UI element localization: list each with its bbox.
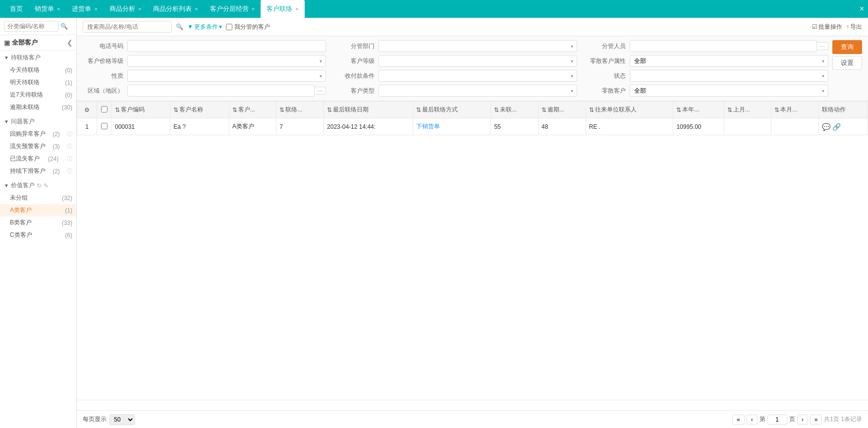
th-contact-person[interactable]: ⇅往来单位联系人 [586, 102, 673, 118]
sidebar-search-area: 🔍 [0, 18, 76, 35]
th-overdue[interactable]: ⇅逾期... [539, 102, 586, 118]
sidebar-item-declining[interactable]: 持续下滑客户 (2) ⓘ [0, 165, 76, 177]
next-page-btn[interactable]: › [797, 415, 808, 425]
th-code[interactable]: ⇅客户编码 [112, 102, 170, 118]
my-customers-checkbox[interactable] [226, 24, 232, 30]
sidebar-item-class-a[interactable]: A类客户 (1) [0, 204, 76, 216]
nav-home[interactable]: 首页 [4, 0, 29, 18]
nav-product-analysis[interactable]: 商品分析 × [104, 0, 147, 18]
sidebar-item-tomorrow-pending[interactable]: 明天待联络 (1) [0, 76, 76, 89]
sidebar-collapse-icon[interactable]: ❮ [67, 39, 72, 47]
phone-input[interactable] [127, 40, 326, 52]
td-last-method[interactable]: 下销货单 [413, 118, 491, 135]
more-conditions-btn[interactable]: ▼ 更多条件 ▾ [187, 23, 222, 31]
payment-select[interactable] [379, 70, 577, 82]
sidebar-item-overdue-pending[interactable]: 逾期未联络 (30) [0, 101, 76, 113]
chat-action-icon[interactable]: 💬 [822, 123, 830, 131]
customer-type-select[interactable] [379, 85, 577, 97]
th-no-contact[interactable]: ⇅未联... [491, 102, 539, 118]
close-customer-segment-icon[interactable]: × [252, 6, 255, 12]
sidebar-item-repurchase-abnormal[interactable]: 回购异常客户 (2) ⓘ [0, 128, 76, 140]
customer-type-field: 客户类型 ▾ [334, 85, 577, 97]
sidebar-item-7days-pending[interactable]: 近7天待联络 (0) [0, 89, 76, 101]
td-no-contact: 55 [491, 118, 539, 135]
info-icon-2: ⓘ [67, 143, 72, 150]
sidebar-all-customers-header[interactable]: ▣ 全部客户 ❮ [0, 35, 76, 51]
customer-level-select[interactable] [379, 55, 577, 67]
close-sales-icon[interactable]: × [57, 6, 60, 12]
manager-input[interactable] [630, 40, 817, 52]
refresh-icon[interactable]: ↻ [37, 182, 42, 189]
th-action: 联络动作 [819, 102, 868, 118]
filter-search-input[interactable] [83, 21, 172, 33]
th-checkbox[interactable] [97, 102, 112, 118]
th-last-month[interactable]: ⇅上月... [724, 102, 771, 118]
retail-customer-select[interactable]: 全部 [630, 85, 828, 97]
td-name: Ea ? [170, 118, 229, 135]
th-last-method[interactable]: ⇅最后联络方式 [413, 102, 491, 118]
sidebar-group-value-title[interactable]: ▼ 价值客户 ↻ ✎ [0, 179, 76, 192]
nav-customer-segment[interactable]: 客户分层经营 × [204, 0, 261, 18]
arrow-down-icon: ▼ [4, 55, 9, 60]
current-page-input[interactable] [767, 415, 787, 425]
close-product-list-icon[interactable]: × [195, 6, 198, 12]
retail-attr-select[interactable]: 全部 [630, 55, 828, 67]
sidebar-item-ungrouped[interactable]: 未分组 (32) [0, 192, 76, 204]
th-contact[interactable]: ⇅联络... [276, 102, 324, 118]
nature-select[interactable] [127, 70, 326, 82]
manager-more-icon[interactable]: ··· [817, 42, 828, 50]
th-level[interactable]: ⇅客户... [229, 102, 276, 118]
row-checkbox[interactable] [101, 123, 108, 129]
link-action-icon[interactable]: 🔗 [832, 123, 841, 131]
sidebar-item-class-c[interactable]: C类客户 (6) [0, 229, 76, 241]
filter-icon-funnel: ▼ [187, 23, 193, 30]
customer-level-wrap: ▾ [379, 55, 577, 67]
status-label: 状态 [585, 72, 630, 80]
sidebar-item-churned[interactable]: 已流失客户 (24) ⓘ [0, 153, 76, 165]
th-settings[interactable]: ⚙ [77, 102, 97, 118]
page-size-select[interactable]: 50 10 20 100 [109, 414, 135, 425]
payment-field: 收付款条件 ▾ [334, 70, 577, 82]
sidebar-item-churn-warning[interactable]: 流失预警客户 (3) ⓘ [0, 140, 76, 153]
export-btn[interactable]: ↑ 导出 [846, 23, 862, 31]
close-all-tabs-icon[interactable]: × [860, 4, 864, 13]
th-last-date[interactable]: ⇅最后联络日期 [324, 102, 413, 118]
region-more-icon[interactable]: ··· [315, 87, 326, 95]
status-select[interactable] [630, 70, 828, 82]
dept-select[interactable] [379, 40, 577, 52]
close-purchase-icon[interactable]: × [94, 6, 97, 12]
sidebar-search-icon[interactable]: 🔍 [60, 23, 68, 30]
filter-search-icon[interactable]: 🔍 [176, 23, 183, 30]
td-checkbox[interactable] [97, 118, 112, 135]
select-all-checkbox[interactable] [101, 106, 108, 112]
close-product-analysis-icon[interactable]: × [138, 6, 141, 12]
horizontal-scrollbar[interactable] [77, 402, 868, 408]
last-page-btn[interactable]: » [810, 415, 822, 425]
sort-icon10: ⇅ [676, 107, 681, 113]
sidebar-group-problem-title[interactable]: ▼ 问题客户 [0, 115, 76, 128]
close-customer-contact-icon[interactable]: × [295, 6, 298, 12]
region-input[interactable] [127, 85, 315, 97]
my-customers-filter[interactable]: 我分管的客户 [226, 23, 270, 31]
nav-product-analysis-list[interactable]: 商品分析列表 × [147, 0, 204, 18]
grid-icon: ▣ [4, 39, 10, 47]
nav-sales[interactable]: 销货单 × [29, 0, 66, 18]
sidebar-item-today-pending[interactable]: 今天待联络 (0) [0, 64, 76, 76]
th-this-year[interactable]: ⇅本年... [673, 102, 724, 118]
th-this-month[interactable]: ⇅本月... [771, 102, 819, 118]
sidebar-item-class-b[interactable]: B类客户 (33) [0, 216, 76, 229]
price-level-select[interactable] [127, 55, 326, 67]
batch-ops-btn[interactable]: ☑ 批量操作 [812, 23, 842, 31]
gear-icon: ⚙ [84, 107, 90, 113]
setting-button[interactable]: 设置 [832, 56, 862, 70]
sidebar-group-pending-title[interactable]: ▼ 待联络客户 [0, 52, 76, 64]
last-method-link[interactable]: 下销货单 [416, 123, 440, 130]
prev-page-btn[interactable]: ‹ [747, 415, 758, 425]
nav-purchase[interactable]: 进货单 × [66, 0, 103, 18]
first-page-btn[interactable]: « [732, 415, 745, 425]
nav-customer-contact[interactable]: 客户联络 × [261, 0, 304, 18]
edit-group-icon[interactable]: ✎ [44, 182, 49, 189]
th-name[interactable]: ⇅客户名称 [170, 102, 229, 118]
query-button[interactable]: 查询 [832, 40, 862, 54]
sidebar-search-input[interactable] [4, 21, 58, 32]
